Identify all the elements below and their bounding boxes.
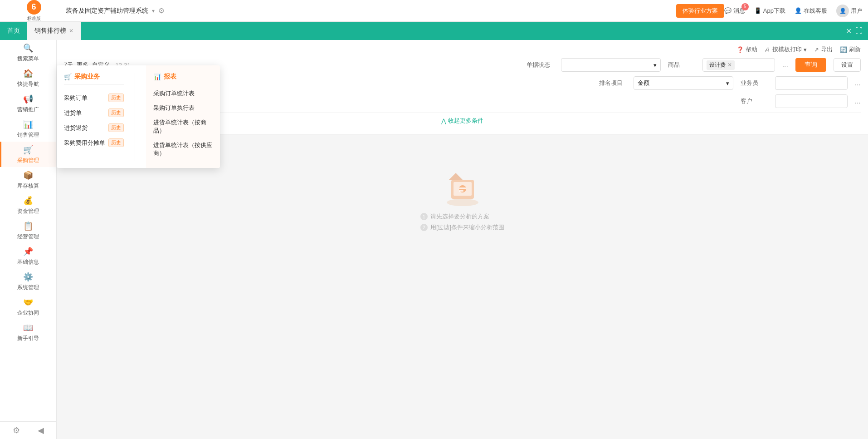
salesperson-select[interactable] [775,76,848,90]
logo-icon: 6 [27,0,41,15]
purchase-expense-history-tag: 历史 [108,138,124,147]
system-title-text: 装备及固定资产辅助管理系统 [66,7,148,15]
header-right: 💬 5 消息 📱 App下载 👤 在线客服 👤 用户 [724,5,863,17]
print-btn[interactable]: 🖨 按模板打印 ▾ [765,45,807,54]
empty-text: 1 请先选择要分析的方案 2 用[过滤]条件来缩小分析范围 [420,212,504,232]
customer-select[interactable] [775,94,848,108]
purchase-order-exec-label: 采购订单执行表 [153,104,195,112]
online-service-label: 在线客服 [804,7,827,15]
sidebar-item-marketing-label: 营销推广 [17,106,39,113]
tab-close-icon[interactable]: ✕ [69,28,73,34]
basic-info-icon: 📌 [23,247,33,256]
empty-step-2: 2 用[过滤]条件来缩小分析范围 [420,223,504,232]
sidebar-item-enterprise-label: 企业协同 [17,309,39,317]
tab-close-btn[interactable]: ✕ [846,27,852,35]
industry-btn[interactable]: 体验行业方案 [676,4,724,18]
query-button[interactable]: 查询 [795,58,826,72]
salesperson-dots[interactable]: ... [855,79,861,87]
print-dropdown-icon[interactable]: ▾ [804,46,807,53]
sidebar-item-system[interactable]: ⚙️ 系统管理 [0,269,56,294]
dropdown-return-goods[interactable]: 进货退货 历史 [64,120,124,135]
goods-tag: 设计费 ✕ [707,60,735,70]
sidebar-settings-btn[interactable]: ⚙ [13,425,20,435]
marketing-icon: 📢 [23,94,33,104]
tab-sales-ranking-label: 销售排行榜 [34,27,66,35]
purchase-order-stats-label: 采购订单统计表 [153,89,195,98]
tab-maximize-btn[interactable]: ⛶ [855,27,863,35]
app-download-item[interactable]: 📱 App下载 [754,7,785,15]
help-btn[interactable]: ❓ 帮助 [736,45,757,54]
goods-dots[interactable]: ... [782,61,788,69]
status-select[interactable]: ▾ [561,58,661,72]
rank-label: 排名项目 [599,79,626,87]
incoming-stats-goods-label: 进货单统计表（按商品） [153,118,213,135]
logo-area: 6 标准版 [5,0,62,22]
phone-icon: 📱 [754,7,761,14]
step-2-text: 用[过滤]条件来缩小分析范围 [430,223,504,232]
sidebar-item-basic-info[interactable]: 📌 基础信息 [0,243,56,269]
notification-item[interactable]: 💬 5 消息 [724,7,745,15]
system-icon: ⚙️ [23,272,33,282]
return-goods-label: 进货退货 [64,124,88,132]
refresh-label: 刷新 [849,45,861,54]
dropdown-purchase-order-exec[interactable]: 采购订单执行表 [153,101,213,115]
service-icon: 👤 [795,7,802,14]
tab-home-label: 首页 [7,27,20,35]
sidebar-item-purchase[interactable]: 🛒 采购管理 [0,142,56,167]
rank-select[interactable]: 金额 ▾ [634,76,733,90]
goods-label: 商品 [668,61,695,69]
dropdown-incoming-stats-supplier[interactable]: 进货单统计表（按供应商） [153,138,213,161]
purchase-order-history-tag: 历史 [108,94,124,102]
tab-home[interactable]: 首页 [0,22,27,40]
purchase-dropdown-menu: 🛒 采购业务 采购订单 历史 进货单 历史 进货退货 历史 采购费用分摊单 [57,65,220,168]
tab-sales-ranking[interactable]: 销售排行榜 ✕ [27,22,81,40]
reports-col: 📊 报表 采购订单统计表 采购订单执行表 进货单统计表（按商品） 进货单统计表（… [146,65,220,168]
home-icon: 🏠 [23,69,33,79]
return-goods-history-tag: 历史 [108,123,124,132]
help-label: 帮助 [746,45,757,54]
export-btn[interactable]: ↗ 导出 [814,45,833,54]
online-service-item[interactable]: 👤 在线客服 [795,7,827,15]
purchase-expense-label: 采购费用分摊单 [64,139,105,147]
sidebar-item-marketing[interactable]: 📢 营销推广 [0,91,56,116]
purchase-business-title: 🛒 采购业务 [64,73,124,85]
sidebar-collapse-btn[interactable]: ◀ [38,425,44,435]
dropdown-incoming-stats-goods[interactable]: 进货单统计表（按商品） [153,115,213,138]
export-label: 导出 [821,45,833,54]
dropdown-purchase-order-stats[interactable]: 采购订单统计表 [153,86,213,101]
status-select-arrow: ▾ [653,62,657,69]
sidebar-item-guide[interactable]: 📖 新手引导 [0,320,56,345]
svg-rect-5 [459,190,463,192]
dropdown-purchase-order[interactable]: 采购订单 历史 [64,90,124,105]
sidebar-item-search[interactable]: 🔍 搜索菜单 [0,40,56,65]
inventory-icon: 📦 [23,170,33,180]
settings-icon[interactable]: ⚙ [158,6,165,15]
sidebar-item-enterprise[interactable]: 🤝 企业协同 [0,294,56,320]
print-icon: 🖨 [765,46,770,53]
sidebar-item-operations[interactable]: 📋 经营管理 [0,218,56,243]
sidebar-item-finance[interactable]: 💰 资金管理 [0,192,56,218]
export-icon: ↗ [814,46,819,53]
dropdown-purchase-expense[interactable]: 采购费用分摊单 历史 [64,135,124,150]
sidebar-item-operations-label: 经营管理 [17,233,39,241]
sidebar-item-sales[interactable]: 📊 销售管理 [0,116,56,142]
svg-marker-6 [449,173,463,180]
enterprise-icon: 🤝 [23,297,33,307]
goods-tag-text: 设计费 [709,61,726,69]
purchase-business-icon: 🛒 [64,73,72,80]
system-title-dropdown[interactable]: ▾ [152,8,155,14]
status-label: 单据状态 [527,61,554,69]
refresh-btn[interactable]: 🔄 刷新 [840,45,861,54]
svg-rect-4 [459,187,466,189]
sidebar-item-quick-nav[interactable]: 🏠 快捷导航 [0,65,56,91]
setting-button[interactable]: 设置 [834,58,861,72]
rank-select-value: 金额 [638,79,649,87]
purchase-order-label: 采购订单 [64,94,88,102]
sidebar-item-quick-nav-label: 快捷导航 [17,80,39,88]
user-item[interactable]: 👤 用户 [836,5,863,17]
goods-filter[interactable]: 设计费 ✕ [702,58,775,72]
sidebar-item-inventory[interactable]: 📦 库存核算 [0,167,56,192]
customer-dots[interactable]: ... [855,97,861,105]
dropdown-incoming-order[interactable]: 进货单 历史 [64,105,124,120]
goods-tag-close[interactable]: ✕ [727,62,732,68]
